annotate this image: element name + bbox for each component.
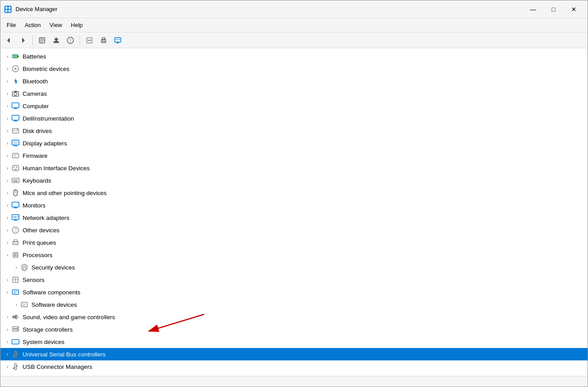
storage-icon	[11, 325, 20, 334]
tree-item-batteries[interactable]: ›Batteries	[0, 50, 588, 63]
disable-button[interactable]	[83, 34, 96, 47]
chevron-storage-controllers[interactable]: ›	[4, 326, 11, 333]
software-comp-icon	[11, 288, 20, 297]
device-manager-window: Device Manager — □ ✕ FileActionViewHelp	[0, 0, 588, 387]
chevron-human-interface[interactable]: ›	[4, 164, 11, 172]
chevron-keyboards[interactable]: ›	[4, 177, 11, 184]
chevron-processors[interactable]: ›	[4, 251, 11, 258]
chevron-bluetooth[interactable]: ›	[4, 78, 11, 85]
svg-point-107	[17, 366, 18, 367]
svg-rect-51	[14, 169, 17, 170]
chevron-sound-video[interactable]: ›	[4, 313, 11, 321]
label-sensors: Sensors	[23, 277, 45, 283]
chevron-display-adapters[interactable]: ›	[4, 140, 11, 147]
chevron-cameras[interactable]: ›	[4, 90, 11, 97]
chevron-sensors[interactable]: ›	[4, 276, 11, 283]
svg-rect-20	[115, 38, 121, 42]
tree-item-network-adapters[interactable]: ›NETNetwork adapters	[0, 211, 588, 224]
tree-item-system-devices[interactable]: ›System devices	[0, 336, 588, 348]
label-software-components: Software components	[23, 289, 81, 296]
print-button[interactable]	[97, 34, 110, 47]
tree-item-usb-controllers[interactable]: ›Universal Serial Bus controllers	[0, 348, 588, 360]
svg-rect-33	[12, 103, 19, 108]
tree-item-human-interface[interactable]: ›Human Interface Devices	[0, 162, 588, 174]
tree-item-firmware[interactable]: ›Firmware	[0, 149, 588, 162]
chevron-computer[interactable]: ›	[4, 102, 11, 109]
menu-view[interactable]: View	[45, 20, 66, 30]
chevron-firmware[interactable]: ›	[4, 152, 11, 159]
tree-item-other-devices[interactable]: ›?Other devices	[0, 224, 588, 236]
svg-rect-26	[13, 55, 15, 58]
properties-button[interactable]	[35, 34, 49, 47]
tree-item-biometric[interactable]: ›Biometric devices	[0, 63, 588, 75]
chevron-biometric[interactable]: ›	[4, 65, 11, 72]
svg-marker-5	[7, 38, 10, 43]
tree-item-mice[interactable]: ›Mice and other pointing devices	[0, 187, 588, 199]
svg-marker-12	[54, 37, 58, 41]
chevron-usb-controllers[interactable]: ›	[4, 351, 11, 358]
tree-item-computer[interactable]: ›Computer	[0, 100, 588, 112]
chevron-monitors[interactable]: ›	[4, 202, 11, 209]
maximize-button[interactable]: □	[543, 2, 564, 16]
svg-text:NET: NET	[13, 215, 19, 219]
tree-item-cameras[interactable]: ›Cameras	[0, 87, 588, 100]
monitor2-icon	[11, 201, 20, 210]
forward-icon	[19, 37, 27, 44]
tree-item-print-queues[interactable]: ›Print queues	[0, 236, 588, 249]
menu-file[interactable]: File	[2, 20, 20, 30]
tree-item-processors[interactable]: ›Processors	[0, 249, 588, 261]
system-icon	[11, 337, 20, 346]
svg-rect-39	[12, 129, 19, 133]
title-bar-controls: — □ ✕	[523, 2, 584, 16]
svg-rect-3	[5, 10, 8, 12]
chevron-software-devices[interactable]: ›	[13, 301, 20, 308]
tree-item-dellinstrumentation[interactable]: ›DellInstrumentation	[0, 112, 588, 125]
svg-rect-56	[17, 180, 18, 180]
tree-item-keyboards[interactable]: ›Keyboards	[0, 174, 588, 187]
firmware-icon	[11, 151, 20, 160]
tree-item-sensors[interactable]: ›Sensors	[0, 274, 588, 286]
chevron-dellinstrumentation[interactable]: ›	[4, 115, 11, 122]
svg-rect-60	[12, 202, 19, 207]
tree-item-sound-video[interactable]: ›Sound, video and game controllers	[0, 311, 588, 323]
help-button[interactable]: ?	[64, 34, 77, 47]
menu-action[interactable]: Action	[20, 20, 45, 30]
chevron-software-components[interactable]: ›	[4, 289, 11, 296]
tree-item-monitors[interactable]: ›Monitors	[0, 199, 588, 211]
back-button[interactable]	[2, 34, 15, 47]
label-cameras: Cameras	[23, 90, 47, 97]
menu-help[interactable]: Help	[66, 20, 87, 30]
usb2-icon	[11, 362, 20, 371]
svg-rect-2	[8, 7, 11, 9]
disk-icon	[11, 126, 20, 135]
chevron-batteries[interactable]: ›	[4, 53, 11, 60]
label-software-devices: Software devices	[31, 301, 77, 308]
forward-button[interactable]	[16, 34, 30, 47]
tree-item-storage-controllers[interactable]: ›Storage controllers	[0, 323, 588, 336]
content-wrapper: ›Batteries›Biometric devices›Bluetooth›C…	[0, 48, 588, 376]
chevron-print-queues[interactable]: ›	[4, 239, 11, 246]
tree-item-software-components[interactable]: ›Software components	[0, 286, 588, 298]
chevron-usb-connector[interactable]: ›	[4, 363, 11, 370]
chevron-security-devices[interactable]: ›	[13, 264, 20, 271]
chevron-disk-drives[interactable]: ›	[4, 127, 11, 134]
tree-item-software-devices[interactable]: ›Software devices	[0, 298, 588, 311]
tree-item-disk-drives[interactable]: ›Disk drives	[0, 125, 588, 137]
tree-item-display-adapters[interactable]: ›Display adapters	[0, 137, 588, 149]
label-display-adapters: Display adapters	[23, 140, 67, 147]
minimize-button[interactable]: —	[523, 2, 543, 16]
chevron-system-devices[interactable]: ›	[4, 338, 11, 345]
svg-text:?: ?	[15, 228, 17, 233]
chevron-mice[interactable]: ›	[4, 189, 11, 196]
close-button[interactable]: ✕	[564, 2, 584, 16]
sensor-icon	[11, 275, 20, 284]
tree-item-bluetooth[interactable]: ›Bluetooth	[0, 75, 588, 87]
tree-item-security-devices[interactable]: ›Security devices	[0, 261, 588, 274]
chevron-other-devices[interactable]: ›	[4, 227, 11, 234]
update-driver-button[interactable]	[50, 34, 63, 47]
svg-point-31	[14, 93, 17, 95]
scan-button[interactable]	[111, 34, 124, 47]
tree-item-usb-connector[interactable]: ›USB Connector Managers	[0, 360, 588, 373]
chevron-network-adapters[interactable]: ›	[4, 214, 11, 221]
device-tree[interactable]: ›Batteries›Biometric devices›Bluetooth›C…	[0, 48, 588, 376]
